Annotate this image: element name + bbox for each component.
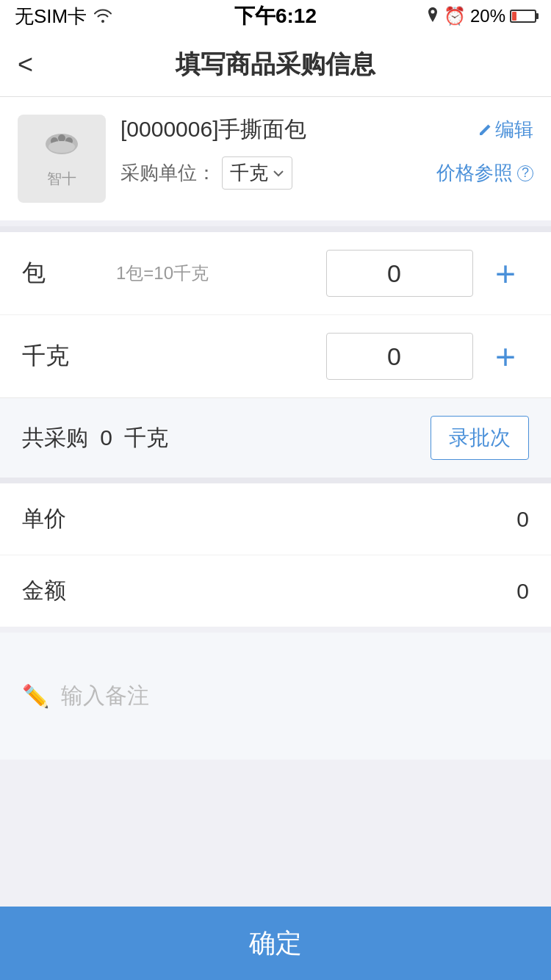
location-icon bbox=[426, 6, 439, 26]
quantity-row-kg: 千克 + bbox=[0, 315, 551, 397]
alarm-icon: ⏰ bbox=[444, 6, 466, 26]
quantity-row-bao: 包 1包=10千克 + bbox=[0, 232, 551, 315]
pencil-icon: ✏️ bbox=[22, 683, 49, 709]
product-image: 智十 bbox=[18, 115, 106, 203]
status-bar-left: 无SIM卡 bbox=[15, 4, 113, 29]
wifi-icon bbox=[93, 5, 113, 28]
svg-point-4 bbox=[48, 141, 75, 153]
quantity-plus-kg[interactable]: + bbox=[482, 333, 529, 380]
quantity-plus-bao[interactable]: + bbox=[482, 250, 529, 297]
content-spacer bbox=[0, 760, 551, 907]
amount-row: 金额 0 bbox=[0, 555, 551, 627]
price-ref-button[interactable]: 价格参照 ? bbox=[436, 160, 533, 186]
separator-1 bbox=[0, 226, 551, 232]
total-text: 共采购 0 千克 bbox=[22, 423, 168, 453]
status-bar-right: ⏰ 20% bbox=[426, 6, 536, 26]
unit-price-row: 单价 0 bbox=[0, 483, 551, 555]
quantity-sublabel-bao: 1包=10千克 bbox=[116, 262, 209, 285]
total-value: 0 bbox=[100, 425, 112, 450]
carrier-text: 无SIM卡 bbox=[15, 4, 87, 29]
unit-select[interactable]: 千克 bbox=[222, 156, 292, 190]
page-title: 填写商品采购信息 bbox=[176, 48, 375, 82]
amount-label: 金额 bbox=[22, 576, 66, 606]
quantity-label-bao: 包 bbox=[22, 257, 110, 289]
product-name: [0000006]手撕面包 bbox=[120, 115, 306, 145]
confirm-button[interactable]: 确定 bbox=[0, 907, 551, 980]
price-section: 单价 0 金额 0 bbox=[0, 483, 551, 633]
batch-button[interactable]: 录批次 bbox=[431, 416, 529, 460]
price-ref-help-icon: ? bbox=[517, 165, 533, 181]
product-card: 智十 [0000006]手撕面包 编辑 采购单位： 千克 价格参照 ? bbox=[0, 97, 551, 226]
unit-price-value: 0 bbox=[516, 507, 529, 532]
product-brand: 智十 bbox=[47, 169, 76, 189]
note-placeholder: 输入备注 bbox=[61, 681, 149, 711]
edit-button[interactable]: 编辑 bbox=[478, 117, 533, 143]
nav-bar: < 填写商品采购信息 bbox=[0, 32, 551, 97]
quantity-input-bao[interactable] bbox=[326, 250, 473, 297]
total-row: 共采购 0 千克 录批次 bbox=[0, 398, 551, 483]
svg-point-2 bbox=[58, 134, 65, 142]
unit-price-label: 单价 bbox=[22, 504, 66, 534]
unit-label: 采购单位： bbox=[120, 160, 216, 186]
battery-percent: 20% bbox=[470, 6, 505, 26]
note-section[interactable]: ✏️ 输入备注 bbox=[0, 633, 551, 760]
battery-icon bbox=[510, 10, 536, 23]
quantity-input-kg[interactable] bbox=[326, 333, 473, 380]
status-bar-time: 下午6:12 bbox=[234, 2, 317, 30]
amount-value: 0 bbox=[516, 579, 529, 604]
product-info: [0000006]手撕面包 编辑 采购单位： 千克 价格参照 ? bbox=[120, 115, 533, 190]
back-button[interactable]: < bbox=[18, 49, 33, 80]
status-bar: 无SIM卡 下午6:12 ⏰ 20% bbox=[0, 0, 551, 32]
quantity-label-kg: 千克 bbox=[22, 340, 110, 372]
quantity-section: 包 1包=10千克 + 千克 + bbox=[0, 232, 551, 398]
